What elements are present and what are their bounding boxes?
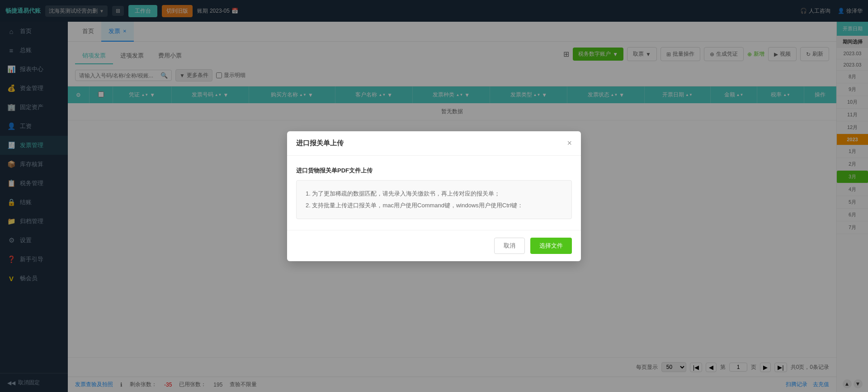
modal-footer: 取消 选择文件 (287, 230, 581, 261)
modal-overlay[interactable]: 进口报关单上传 × 进口货物报关单PDF文件上传 1. 为了更加稀疏的数据匹配，… (0, 0, 868, 392)
select-file-button[interactable]: 选择文件 (530, 238, 572, 254)
import-modal: 进口报关单上传 × 进口货物报关单PDF文件上传 1. 为了更加稀疏的数据匹配，… (287, 131, 581, 261)
upload-info-box: 1. 为了更加稀疏的数据匹配，请先录入海关缴款书，再上传对应的报关单； 2. 支… (296, 180, 572, 219)
modal-cancel-button[interactable]: 取消 (494, 238, 525, 254)
upload-section-title: 进口货物报关单PDF文件上传 (296, 167, 572, 175)
modal-body: 进口货物报关单PDF文件上传 1. 为了更加稀疏的数据匹配，请先录入海关缴款书，… (287, 156, 581, 230)
upload-info-item-1: 1. 为了更加稀疏的数据匹配，请先录入海关缴款书，再上传对应的报关单； (306, 188, 562, 200)
modal-close-button[interactable]: × (567, 139, 572, 148)
modal-title: 进口报关单上传 (296, 139, 344, 148)
upload-info-item-2: 2. 支持批量上传进口报关单，mac用户使用Command键，windows用户… (306, 200, 562, 211)
modal-header: 进口报关单上传 × (287, 131, 581, 156)
